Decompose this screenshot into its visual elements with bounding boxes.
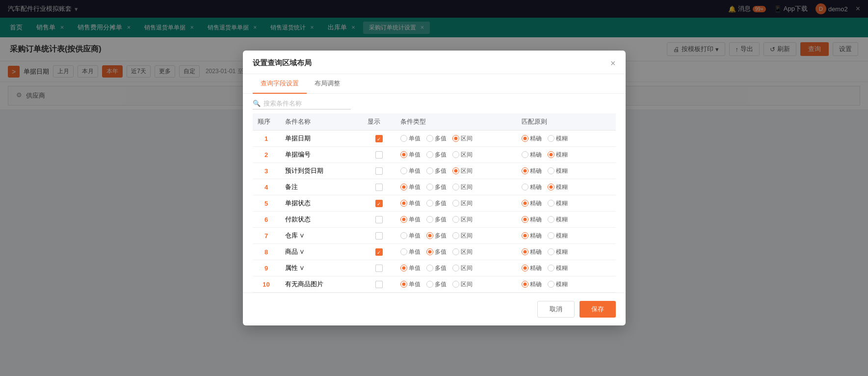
modal-overlay: 设置查询区域布局 × 查询字段设置 布局调整 🔍 顺序 条件名称 显示 xyxy=(0,0,868,110)
search-input[interactable] xyxy=(263,100,351,107)
search-icon: 🔍 xyxy=(253,100,261,107)
modal-title: 设置查询区域布局 xyxy=(253,58,312,68)
modal-close-button[interactable]: × xyxy=(610,59,616,68)
modal-header: 设置查询区域布局 × xyxy=(243,51,626,74)
tab-layout[interactable]: 布局调整 xyxy=(307,74,348,94)
modal-tabs: 查询字段设置 布局调整 xyxy=(243,74,626,94)
search-box: 🔍 xyxy=(253,100,351,109)
tab-query-fields[interactable]: 查询字段设置 xyxy=(253,74,307,94)
modal-search-area: 🔍 xyxy=(243,94,626,110)
modal: 设置查询区域布局 × 查询字段设置 布局调整 🔍 顺序 条件名称 显示 xyxy=(243,51,626,110)
